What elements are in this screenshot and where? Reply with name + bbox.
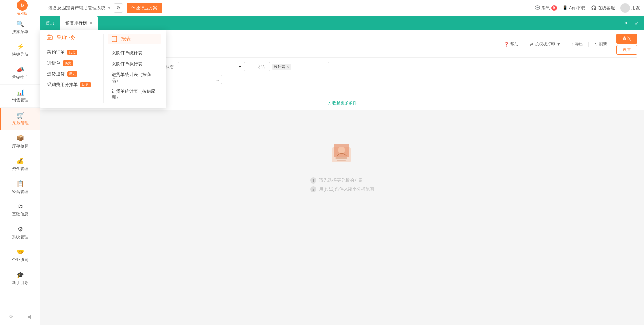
chevron-down-icon: ▼: [557, 42, 561, 47]
sidebar-item-operations[interactable]: 📋 经营管理: [0, 176, 40, 199]
empty-illustration: [325, 137, 359, 171]
user-menu-button[interactable]: 用友: [620, 3, 640, 13]
sidebar-item-guide[interactable]: 🎓 新手引导: [0, 267, 40, 290]
dropdown-item-purchase-order[interactable]: 采购订单 历史: [46, 47, 97, 58]
tab-sales-rank[interactable]: 销售排行榜 ✕: [60, 16, 98, 30]
logo-area: 畅 标准版: [4, 0, 44, 16]
empty-state-text: 1 请先选择要分析的方案 2 用[过滤]条件来缩小分析范围: [310, 177, 374, 192]
reports-title: 报表: [121, 36, 131, 42]
marketing-icon: 📣: [16, 66, 24, 73]
close-window-button[interactable]: ✕: [621, 18, 631, 28]
export-button[interactable]: ↑ 导出: [569, 40, 586, 48]
ellipsis-2: ...: [333, 64, 337, 69]
purchase-business-title: 采购业务: [57, 35, 75, 41]
logo-subtitle: 标准版: [17, 11, 27, 16]
sidebar-item-inventory[interactable]: 📦 库存核算: [0, 130, 40, 153]
sidebar-item-enterprise[interactable]: 🤝 企业协同: [0, 244, 40, 267]
dropdown-item-purchase-order-exec[interactable]: 采购订单执行表: [110, 58, 161, 69]
hint-1-text: 请先选择要分析的方案: [319, 177, 363, 184]
lightning-icon: ⚡: [16, 43, 24, 50]
sidebar-item-system[interactable]: ⚙ 系统管理: [0, 221, 40, 244]
sidebar-item-finance-label: 资金管理: [12, 166, 28, 172]
purchase-business-header: 采购业务: [46, 34, 97, 44]
online-service-button[interactable]: 🎧 在线客服: [591, 5, 615, 11]
dropdown-item-return[interactable]: 进货退货 历史: [46, 69, 97, 79]
ellipsis-1: ...: [249, 64, 253, 69]
industry-button[interactable]: 体验行业方案: [127, 3, 162, 13]
empty-state: 1 请先选择要分析的方案 2 用[过滤]条件来缩小分析范围: [40, 110, 644, 219]
hint-2: 2 用[过滤]条件来缩小分析范围: [310, 186, 374, 192]
chevron-down-icon: ▼: [107, 6, 111, 10]
tab-sales-rank-label: 销售排行榜: [65, 20, 87, 26]
expense-label: 采购费用分摊单: [47, 82, 78, 88]
sidebar: 🔍 搜索菜单 ⚡ 快捷导航 📣 营销推广 📊 销售管理 🛒 采购管理 📦 库存核…: [0, 16, 40, 325]
svg-rect-6: [337, 160, 346, 161]
product-input[interactable]: 设计素 ✕: [269, 62, 329, 71]
basic-icon: 🗂: [17, 203, 23, 210]
app-download-button[interactable]: 📱 App下载: [562, 5, 585, 11]
print-button[interactable]: 🖨 按模板打印 ▼: [527, 40, 563, 48]
header-right: 💬 消息 9 📱 App下载 🎧 在线客服 用友: [535, 3, 640, 13]
tab-home[interactable]: 首页: [40, 16, 60, 30]
finance-icon: 💰: [16, 157, 24, 165]
query-button[interactable]: 查询: [616, 34, 637, 44]
sidebar-settings-button[interactable]: ⚙: [3, 311, 19, 322]
enterprise-icon: 🤝: [16, 248, 24, 256]
user-label: 用友: [631, 5, 640, 11]
purchase-business-icon: [46, 34, 54, 42]
purchase-icon: 🛒: [17, 112, 24, 119]
inbound-stats-product-label: 进货单统计表（按商品）: [112, 72, 160, 84]
help-button[interactable]: ❓ 帮助: [501, 40, 521, 48]
hint-1: 1 请先选择要分析的方案: [310, 177, 374, 184]
messages-button[interactable]: 💬 消息 9: [535, 5, 557, 11]
svg-rect-5: [335, 157, 347, 159]
voucher-status-select[interactable]: ▼: [178, 62, 245, 71]
svg-text:畅: 畅: [20, 3, 24, 7]
reports-header: 报表: [108, 34, 161, 44]
online-service-label: 在线客服: [598, 5, 615, 11]
sidebar-item-sales[interactable]: 📊 销售管理: [0, 85, 40, 108]
settings-button[interactable]: 设置: [616, 45, 637, 55]
sidebar-item-guide-label: 新手引导: [12, 280, 28, 286]
dropdown-item-inbound-stats-supplier[interactable]: 进货单统计表（按供应商）: [110, 86, 161, 103]
sidebar-item-marketing-label: 营销推广: [12, 75, 28, 80]
sidebar-item-search-label: 搜索菜单: [12, 29, 28, 35]
system-selector[interactable]: 装备及固定资产辅助管理系统 ▼: [48, 5, 111, 11]
product-tag: 设计素 ✕: [272, 64, 291, 70]
sidebar-item-finance[interactable]: 💰 资金管理: [0, 153, 40, 176]
sidebar-item-marketing[interactable]: 📣 营销推广: [0, 62, 40, 85]
sidebar-item-basic[interactable]: 🗂 基础信息: [0, 199, 40, 221]
dropdown-item-inbound[interactable]: 进货单 历史: [46, 58, 97, 69]
chevron-down-icon: ▼: [238, 64, 242, 69]
logo-icon: 畅: [17, 0, 28, 11]
history-badge-2: 历史: [63, 60, 73, 66]
tab-home-label: 首页: [46, 20, 55, 26]
maximize-button[interactable]: ⤢: [632, 18, 641, 28]
dropdown-item-expense[interactable]: 采购费用分摊单 历史: [46, 79, 97, 90]
collapse-filter-button[interactable]: ∧ 收起更多条件: [328, 100, 357, 106]
system-icon: ⚙: [17, 226, 23, 233]
sidebar-item-quick[interactable]: ⚡ 快捷导航: [0, 39, 40, 62]
inventory-icon: 📦: [16, 134, 24, 142]
dropdown-columns: 采购业务 采购订单 历史 进货单 历史 进货退货 历史 采购费用分摊单 历史: [40, 34, 166, 103]
tag-close-button[interactable]: ✕: [286, 65, 289, 69]
purchase-order-stats-label: 采购订单统计表: [112, 50, 142, 56]
history-badge-4: 历史: [80, 82, 91, 87]
refresh-button[interactable]: ↻ 刷新: [592, 40, 610, 48]
dropdown-item-purchase-order-stats[interactable]: 采购订单统计表: [110, 48, 161, 58]
return-label: 进货退货: [47, 71, 65, 77]
sidebar-item-operations-label: 经营管理: [12, 189, 28, 195]
inbound-label: 进货单: [47, 60, 60, 66]
collapse-icon: ∧: [328, 101, 331, 106]
avatar: [620, 3, 630, 13]
sidebar-item-purchase[interactable]: 🛒 采购管理: [0, 108, 40, 130]
sidebar-collapse-button[interactable]: ◀: [22, 311, 37, 322]
guide-icon: 🎓: [16, 271, 24, 279]
gear-button[interactable]: ⚙: [114, 3, 123, 13]
headset-icon: 🎧: [591, 5, 596, 10]
dropdown-item-inbound-stats-product[interactable]: 进货单统计表（按商品）: [110, 69, 161, 86]
sidebar-item-search[interactable]: 🔍 搜索菜单: [0, 16, 40, 39]
search-icon: 🔍: [16, 20, 24, 28]
sales-icon: 📊: [16, 89, 24, 96]
close-icon[interactable]: ✕: [89, 21, 92, 25]
